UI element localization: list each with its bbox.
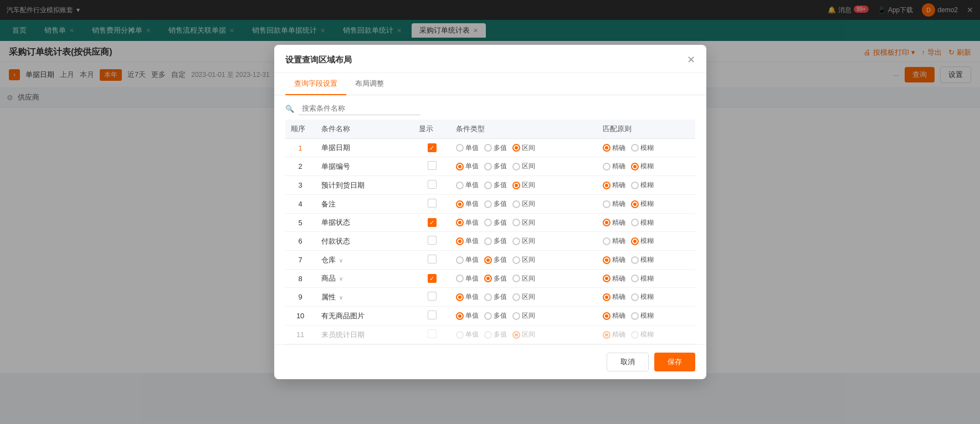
type-radio-item[interactable]: 多值	[484, 274, 507, 283]
radio-label: 单值	[465, 143, 479, 153]
type-radio-item[interactable]: 区间	[512, 180, 535, 190]
match-radio-item[interactable]: 精确	[603, 255, 625, 265]
match-radio-item[interactable]: 模糊	[631, 255, 654, 265]
cell-display[interactable]	[413, 195, 450, 214]
type-radio-item[interactable]: 多值	[484, 255, 507, 265]
match-radio-item[interactable]: 模糊	[631, 143, 654, 153]
display-checkbox[interactable]	[428, 161, 437, 170]
type-radio-item[interactable]: 单值	[456, 311, 479, 320]
display-checkbox[interactable]	[428, 199, 437, 208]
display-checkbox[interactable]	[428, 329, 437, 338]
type-radio-item[interactable]: 单值	[456, 199, 479, 209]
save-button[interactable]: 保存	[654, 353, 695, 371]
type-radio-item[interactable]: 多值	[484, 236, 507, 246]
match-radio-item[interactable]: 模糊	[631, 236, 654, 246]
dialog-close-button[interactable]: ✕	[687, 54, 695, 66]
cell-display[interactable]	[413, 325, 450, 344]
type-radio-item[interactable]: 多值	[484, 311, 507, 320]
cell-display[interactable]	[413, 139, 450, 157]
type-radio-item[interactable]: 多值	[484, 180, 507, 190]
type-radio-item[interactable]: 区间	[512, 311, 535, 320]
match-radio-item[interactable]: 模糊	[631, 180, 654, 190]
display-checkbox[interactable]	[428, 236, 437, 245]
type-radio-item[interactable]: 多值	[484, 199, 507, 209]
type-radio-item[interactable]: 多值	[484, 330, 507, 339]
radio-label: 区间	[522, 292, 535, 302]
type-radio-item[interactable]: 区间	[512, 274, 535, 283]
type-radio-item[interactable]: 单值	[456, 180, 479, 190]
name-dropdown-icon[interactable]: ∨	[338, 257, 343, 263]
type-radio-item[interactable]: 多值	[484, 143, 507, 153]
radio-label: 模糊	[640, 274, 654, 283]
order-number: 5	[298, 219, 302, 227]
type-radio-item[interactable]: 区间	[512, 236, 535, 246]
match-radio-item[interactable]: 精确	[603, 236, 625, 246]
type-radio-item[interactable]: 单值	[456, 218, 479, 227]
display-checkbox[interactable]	[428, 218, 437, 227]
radio-circle	[631, 219, 639, 226]
radio-label: 多值	[494, 311, 507, 320]
cell-display[interactable]	[413, 214, 450, 232]
cell-display[interactable]	[413, 157, 450, 176]
match-radio-item[interactable]: 模糊	[631, 292, 654, 302]
cell-display[interactable]	[413, 176, 450, 195]
type-radio-item[interactable]: 多值	[484, 218, 507, 227]
radio-circle	[512, 237, 520, 245]
match-radio-item[interactable]: 精确	[603, 162, 625, 171]
cell-type: 单值多值区间	[450, 232, 597, 251]
radio-circle	[603, 275, 610, 282]
match-radio-item[interactable]: 精确	[603, 218, 625, 227]
match-radio-item[interactable]: 模糊	[631, 274, 654, 283]
cancel-button[interactable]: 取消	[607, 353, 649, 371]
name-dropdown-icon[interactable]: ∨	[338, 294, 343, 301]
type-radio-item[interactable]: 区间	[512, 199, 535, 209]
match-radio-item[interactable]: 模糊	[631, 218, 654, 227]
type-radio-item[interactable]: 单值	[456, 255, 479, 265]
match-radio-item[interactable]: 精确	[603, 292, 625, 302]
type-radio-item[interactable]: 区间	[512, 218, 535, 227]
match-radio-item[interactable]: 模糊	[631, 162, 654, 171]
type-radio-item[interactable]: 多值	[484, 162, 507, 171]
match-radio-item[interactable]: 精确	[603, 330, 625, 339]
display-checkbox[interactable]	[428, 274, 437, 283]
radio-label: 单值	[465, 330, 479, 339]
match-radio-item[interactable]: 精确	[603, 274, 625, 283]
dialog-overlay: 设置查询区域布局 ✕ 查询字段设置 布局调整 🔍 顺序 条件名称	[0, 0, 980, 373]
search-input[interactable]	[299, 102, 420, 115]
cell-display[interactable]	[413, 307, 450, 325]
tab-query-fields[interactable]: 查询字段设置	[285, 73, 346, 95]
type-radio-item[interactable]: 区间	[512, 292, 535, 302]
type-radio-item[interactable]: 区间	[512, 330, 535, 339]
cell-order: 5	[285, 214, 316, 232]
match-radio-item[interactable]: 模糊	[631, 330, 654, 339]
type-radio-item[interactable]: 区间	[512, 143, 535, 153]
type-radio-item[interactable]: 单值	[456, 143, 479, 153]
settings-dialog: 设置查询区域布局 ✕ 查询字段设置 布局调整 🔍 顺序 条件名称	[274, 45, 706, 373]
type-radio-item[interactable]: 多值	[484, 292, 507, 302]
display-checkbox[interactable]	[428, 180, 437, 189]
cell-display[interactable]	[413, 288, 450, 307]
type-radio-item[interactable]: 区间	[512, 255, 535, 265]
type-radio-item[interactable]: 单值	[456, 330, 479, 339]
tab-layout-adjust[interactable]: 布局调整	[346, 73, 393, 95]
type-radio-item[interactable]: 单值	[456, 162, 479, 171]
display-checkbox[interactable]	[428, 255, 437, 263]
match-radio-item[interactable]: 精确	[603, 180, 625, 190]
match-radio-item[interactable]: 精确	[603, 199, 625, 209]
type-radio-item[interactable]: 单值	[456, 236, 479, 246]
cell-type: 单值多值区间	[450, 288, 597, 307]
match-radio-item[interactable]: 精确	[603, 311, 625, 320]
display-checkbox[interactable]	[428, 143, 437, 152]
match-radio-item[interactable]: 模糊	[631, 311, 654, 320]
cell-display[interactable]	[413, 270, 450, 288]
match-radio-item[interactable]: 精确	[603, 143, 625, 153]
type-radio-item[interactable]: 单值	[456, 274, 479, 283]
display-checkbox[interactable]	[428, 311, 437, 319]
type-radio-item[interactable]: 区间	[512, 162, 535, 171]
name-dropdown-icon[interactable]: ∨	[338, 276, 343, 282]
cell-display[interactable]	[413, 251, 450, 270]
cell-display[interactable]	[413, 232, 450, 251]
display-checkbox[interactable]	[428, 292, 437, 301]
type-radio-item[interactable]: 单值	[456, 292, 479, 302]
match-radio-item[interactable]: 模糊	[631, 199, 654, 209]
